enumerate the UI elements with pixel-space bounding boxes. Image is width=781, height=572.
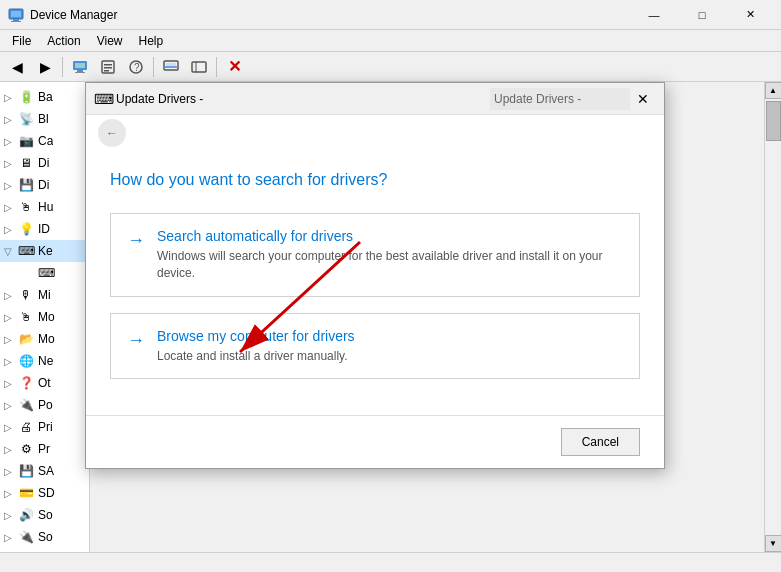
svg-rect-11 (104, 70, 109, 72)
tree-item-label: SA (38, 464, 54, 478)
expand-icon: ▷ (4, 422, 18, 433)
scroll-down-button[interactable]: ▼ (765, 535, 782, 552)
expand-icon: ▷ (4, 290, 18, 301)
ide-icon: 💡 (18, 221, 34, 237)
expand-icon: ▽ (4, 246, 18, 257)
menu-action[interactable]: Action (39, 32, 88, 50)
expand-icon: ▷ (4, 444, 18, 455)
network-icon: 🌐 (18, 353, 34, 369)
toolbar-help[interactable]: ? (123, 55, 149, 79)
cancel-button[interactable]: Cancel (561, 428, 640, 456)
search-auto-content: Search automatically for drivers Windows… (157, 228, 623, 282)
scrollbar-thumb[interactable] (766, 101, 781, 141)
bluetooth-icon: 📡 (18, 111, 34, 127)
tree-item-label: Ca (38, 134, 53, 148)
maximize-button[interactable]: □ (679, 0, 725, 30)
expand-icon: ▷ (4, 532, 18, 543)
expand-icon: ▷ (4, 378, 18, 389)
tree-item-batteries[interactable]: ▷ 🔋 Ba (0, 86, 89, 108)
browse-manual-arrow: → (127, 330, 145, 351)
tree-item-ports[interactable]: ▷ 🔌 Po (0, 394, 89, 416)
tree-item-keyboard[interactable]: ▽ ⌨ Ke (0, 240, 89, 262)
toolbar-forward[interactable]: ▶ (32, 55, 58, 79)
tree-item-disk[interactable]: ▷ 💾 Di (0, 174, 89, 196)
dialog-back-button[interactable]: ← (98, 119, 126, 147)
tree-item-label: Pr (38, 442, 50, 456)
search-auto-option[interactable]: → Search automatically for drivers Windo… (110, 213, 640, 297)
tree-item-sound2[interactable]: ▷ 🔌 So (0, 526, 89, 548)
tree-item-microphone[interactable]: ▷ 🎙 Mi (0, 284, 89, 306)
menu-file[interactable]: File (4, 32, 39, 50)
dialog-title-input[interactable] (490, 88, 630, 110)
tree-item-label: Pri (38, 420, 53, 434)
toolbar-device-view[interactable] (186, 55, 212, 79)
tree-item-label: SD (38, 486, 55, 500)
tree-item-network[interactable]: ▷ 🌐 Ne (0, 350, 89, 372)
dialog-close-button[interactable]: ✕ (630, 86, 656, 112)
print-icon: 🖨 (18, 419, 34, 435)
tree-item-label: ID (38, 222, 50, 236)
app-icon (8, 7, 24, 23)
menu-help[interactable]: Help (131, 32, 172, 50)
expand-icon: ▷ (4, 114, 18, 125)
tree-item-ide[interactable]: ▷ 💡 ID (0, 218, 89, 240)
svg-rect-3 (11, 21, 21, 22)
svg-rect-17 (192, 62, 206, 72)
title-bar: Device Manager — □ ✕ (0, 0, 781, 30)
minimize-button[interactable]: — (631, 0, 677, 30)
dialog-body: How do you want to search for drivers? →… (86, 151, 664, 415)
browse-manual-option[interactable]: → Browse my computer for drivers Locate … (110, 313, 640, 380)
tree-item-sd[interactable]: ▷ 💳 SD (0, 482, 89, 504)
dialog-question: How do you want to search for drivers? (110, 171, 640, 189)
svg-rect-1 (11, 11, 21, 17)
sd-icon: 💳 (18, 485, 34, 501)
expand-icon: ▷ (4, 400, 18, 411)
scroll-up-button[interactable]: ▲ (765, 82, 782, 99)
tree-item-processor[interactable]: ▷ ⚙ Pr (0, 438, 89, 460)
toolbar-properties[interactable] (95, 55, 121, 79)
browse-manual-title: Browse my computer for drivers (157, 328, 623, 344)
toolbar-remove[interactable]: ✕ (221, 55, 247, 79)
tree-item-keyboard-sub[interactable]: ⌨ (0, 262, 89, 284)
keyboard-sub-icon: ⌨ (38, 265, 54, 281)
tree-item-label: So (38, 508, 53, 522)
svg-rect-6 (77, 70, 83, 72)
expand-icon: ▷ (4, 334, 18, 345)
port-icon: 🔌 (18, 397, 34, 413)
expand-icon: ▷ (4, 92, 18, 103)
main-content: ▷ 🔋 Ba ▷ 📡 Bl ▷ 📷 Ca ▷ 🖥 Di ▷ 💾 Di ▷ 🖱 H… (0, 82, 781, 572)
dialog-footer: Cancel (86, 415, 664, 468)
tree-item-label: Po (38, 398, 53, 412)
tree-item-display1[interactable]: ▷ 🖥 Di (0, 152, 89, 174)
menu-view[interactable]: View (89, 32, 131, 50)
tree-item-label: Di (38, 156, 49, 170)
svg-rect-9 (104, 64, 112, 66)
camera-icon: 📷 (18, 133, 34, 149)
toolbar-separator-3 (216, 57, 217, 77)
close-button[interactable]: ✕ (727, 0, 773, 30)
tree-item-other[interactable]: ▷ ❓ Ot (0, 372, 89, 394)
svg-text:?: ? (134, 62, 140, 73)
tree-item-mouse[interactable]: ▷ 📂 Mo (0, 328, 89, 350)
menu-bar: File Action View Help (0, 30, 781, 52)
tree-item-label: So (38, 530, 53, 544)
tree-item-hid[interactable]: ▷ 🖱 Hu (0, 196, 89, 218)
toolbar-scan[interactable] (158, 55, 184, 79)
microphone-icon: 🎙 (18, 287, 34, 303)
svg-rect-5 (75, 63, 85, 68)
tree-item-label: Ke (38, 244, 53, 258)
dialog-overlay: ⌨ Update Drivers - ✕ ← How do you want t… (85, 82, 764, 552)
display-icon: 🖥 (18, 155, 34, 171)
scrollbar-track[interactable] (765, 99, 781, 535)
tree-item-monitors[interactable]: ▷ 🖱 Mo (0, 306, 89, 328)
monitor-icon: 🖱 (18, 309, 34, 325)
tree-item-sound1[interactable]: ▷ 🔊 So (0, 504, 89, 526)
tree-item-print[interactable]: ▷ 🖨 Pri (0, 416, 89, 438)
expand-icon: ▷ (4, 180, 18, 191)
tree-item-cameras[interactable]: ▷ 📷 Ca (0, 130, 89, 152)
toolbar-computer[interactable] (67, 55, 93, 79)
tree-item-bluetooth[interactable]: ▷ 📡 Bl (0, 108, 89, 130)
svg-rect-7 (75, 72, 85, 73)
tree-item-sa[interactable]: ▷ 💾 SA (0, 460, 89, 482)
toolbar-back[interactable]: ◀ (4, 55, 30, 79)
